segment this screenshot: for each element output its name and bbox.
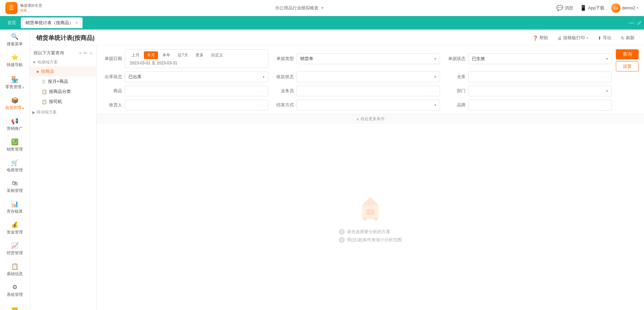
receiver-input[interactable]: ···	[125, 100, 268, 110]
product-input[interactable]: ···	[125, 86, 268, 96]
tree-section-mobile: ▶ 移动端方案	[30, 108, 96, 116]
tab-close-icon[interactable]: ×	[75, 20, 78, 25]
left-panel: 按以下方案查询 + ✏ « ▼ 电脑端方案 ● 按商品	[30, 45, 97, 310]
sidebar-item-finance[interactable]: 💰 资金管理	[0, 218, 29, 239]
svg-point-7	[363, 217, 366, 221]
system-icon: ⚙	[12, 283, 17, 291]
export-icon: ⬆	[598, 36, 601, 41]
svg-marker-2	[362, 197, 379, 205]
refresh-btn[interactable]: ↻ 刷新	[618, 34, 637, 42]
collab-icon: 🤝	[11, 306, 18, 310]
filter-brand-field: 品牌 ···	[445, 100, 612, 110]
doctype-label: 单据类型	[274, 56, 297, 62]
sidebar-item-collab[interactable]: 🤝 企业协同	[0, 302, 29, 310]
payment-status-input[interactable]: ▾	[297, 71, 440, 82]
wholesale-icon: 📦	[11, 97, 18, 104]
brand-label: 品牌	[445, 102, 468, 108]
basics-icon: 📋	[11, 263, 18, 270]
filter-product-field: 商品 ···	[102, 86, 268, 96]
date-pill-thismonth[interactable]: 本月	[144, 51, 158, 59]
download-icon: 📱	[580, 5, 587, 11]
date-input[interactable]: 上月 本月 本年 近7天 更多 自定义 2023-03-01 至 2023-03…	[125, 49, 268, 68]
date-pill-custom[interactable]: 自定义	[208, 51, 226, 59]
filter-payment-status-field: 收款状态 ▾	[274, 71, 440, 82]
page-actions: ❓ 帮助 🖨 按模板打印 ▾ ⬆ 导出 ↻ 刷新	[530, 34, 637, 42]
tree-item-by-product[interactable]: ● 按商品	[30, 66, 96, 76]
filter-warehouse-status-field: 出库状态 已出库 ▾	[102, 71, 268, 82]
add-scheme-icon[interactable]: +	[79, 50, 82, 56]
sidebar-item-purchase[interactable]: 🛍 采购管理	[0, 176, 29, 197]
edit-scheme-icon[interactable]: ✏	[84, 50, 88, 56]
date-label: 单据日期	[102, 56, 125, 62]
tree-item-by-month-product[interactable]: 🗓 按月+商品	[30, 76, 96, 87]
sidebar-item-wholesale[interactable]: 📦 批发管理 ▴	[0, 93, 29, 114]
help-btn[interactable]: ❓ 帮助	[530, 34, 551, 42]
sidebar-item-basics[interactable]: 📋 基础信息	[0, 259, 29, 280]
print-btn[interactable]: 🖨 按模板打印 ▾	[555, 34, 591, 42]
sidebar-item-sales[interactable]: 💹 销售管理	[0, 135, 29, 156]
sales-icon: 💹	[11, 138, 18, 146]
tab-home[interactable]: 首页	[3, 17, 21, 28]
industry-selector[interactable]: 办公用品行业模拟账套 ▾	[275, 5, 324, 11]
minimize-btn[interactable]: —	[629, 20, 634, 26]
sidebar-item-retail[interactable]: 🏪 零售管理 ▴	[0, 72, 29, 93]
main-layout: 🔍 搜索菜单 ⭐ 快捷导航 🏪 零售管理 ▴ 📦 批发管理 ▴ 📢 营销推广	[0, 30, 644, 310]
docstatus-label: 单据状态	[445, 56, 468, 62]
warehousestatus-chevron-icon: ▾	[263, 75, 265, 79]
settings-button[interactable]: 设置	[616, 61, 639, 71]
tree-expand-pc-icon[interactable]: ▼	[32, 60, 36, 65]
settle-label: 结算方式	[274, 102, 297, 108]
dept-label: 部门	[445, 88, 468, 94]
date-pill-thisyear[interactable]: 本年	[159, 51, 173, 59]
date-pill-lastmonth[interactable]: 上月	[128, 51, 143, 59]
empty-tip-1: 1 请先选择要分析的方案	[339, 229, 401, 235]
sidebar-item-quicknav[interactable]: ⭐ 快捷导航	[0, 50, 29, 71]
user-menu[interactable]: Ea demo2 ▾	[611, 3, 639, 13]
receiver-dots-icon: ···	[259, 103, 265, 108]
sidebar-item-system[interactable]: ⚙ 系统管理	[0, 280, 29, 301]
dept-chevron-icon: ▾	[606, 89, 608, 93]
date-pill-7days[interactable]: 近7天	[175, 51, 191, 59]
doctype-input[interactable]: 销货单 ▾	[297, 53, 440, 64]
payment-status-label: 收款状态	[274, 74, 297, 80]
message-btn[interactable]: 💬 消息	[556, 5, 573, 11]
sidebar-item-marketing[interactable]: 📢 营销推广	[0, 114, 29, 135]
tip-num-1: 1	[339, 229, 345, 235]
tree-item-by-category[interactable]: 📋 按商品分类	[30, 87, 96, 97]
logo-area: 畅捷通好生意 标版	[5, 2, 42, 14]
sidebar-item-operations[interactable]: 📈 经营管理	[0, 239, 29, 259]
date-pills: 上月 本月 本年 近7天 更多 自定义	[128, 51, 226, 59]
warehouse-status-input[interactable]: 已出库 ▾	[125, 71, 268, 82]
sidebar-item-search[interactable]: 🔍 搜索菜单	[0, 30, 29, 50]
settle-chevron-icon: ▾	[434, 103, 436, 107]
date-pill-more[interactable]: 更多	[193, 51, 207, 59]
message-icon: 💬	[556, 5, 563, 11]
docstatus-input[interactable]: 已生效 ▾	[468, 53, 612, 64]
settle-input[interactable]: ▾	[297, 100, 440, 110]
filter-docstatus-field: 单据状态 已生效 ▾	[445, 49, 612, 68]
print-dropdown-icon: ▾	[586, 36, 588, 40]
quicknav-icon: ⭐	[11, 54, 18, 61]
retail-icon: 🏪	[11, 76, 18, 83]
maximize-btn[interactable]: ⤢	[637, 20, 641, 26]
tab-sales-stats[interactable]: 销货单统计表（按商品） ×	[21, 17, 83, 28]
app-download-btn[interactable]: 📱 App下载	[580, 5, 604, 11]
left-panel-icons: + ✏ «	[79, 50, 92, 56]
export-btn[interactable]: ⬆ 导出	[595, 34, 614, 42]
warehouse-input[interactable]: ···	[468, 71, 612, 82]
collapse-bar[interactable]: ∧ 收起更多条件	[97, 114, 644, 124]
query-button[interactable]: 查询	[616, 49, 639, 59]
tree-section-pc: ▼ 电脑端方案	[30, 58, 96, 66]
brand-input[interactable]: ···	[468, 100, 612, 110]
tree-expand-mobile-icon[interactable]: ▶	[32, 110, 35, 115]
filter-receiver-field: 收货人 ···	[102, 100, 268, 110]
collapse-panel-icon[interactable]: «	[90, 50, 92, 56]
wholesale-arrow-icon: ▴	[22, 106, 24, 110]
sidebar-item-inventory[interactable]: 📊 库存核算	[0, 197, 29, 218]
tree-item-by-driver[interactable]: 📋 按司机	[30, 97, 96, 107]
product-label: 商品	[102, 88, 125, 94]
sidebar-item-ecommerce[interactable]: 🛒 电商管理	[0, 156, 29, 176]
paymentstatus-chevron-icon: ▾	[434, 75, 436, 79]
dept-input[interactable]: ▾	[468, 86, 612, 96]
staff-input[interactable]: ···	[297, 86, 440, 96]
